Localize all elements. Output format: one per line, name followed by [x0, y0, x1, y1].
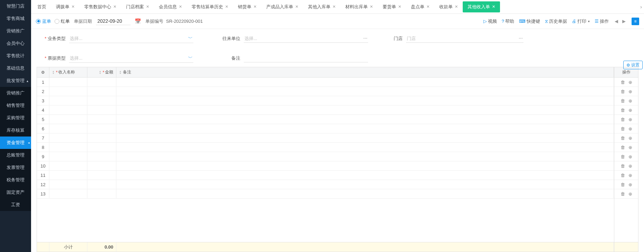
close-icon[interactable]: ✕	[333, 4, 336, 9]
delete-row-icon[interactable]: 🗑	[621, 163, 625, 169]
history-button[interactable]: ⧖历史单据	[545, 18, 567, 24]
partner-input[interactable]	[244, 36, 362, 41]
tab-要货单[interactable]: 要货单✕	[378, 0, 406, 14]
table-row[interactable]: 12	[37, 180, 614, 189]
sidebar-item-ledger[interactable]: 总账管理	[0, 149, 31, 161]
cell-name[interactable]	[49, 124, 87, 133]
cell-amount[interactable]	[87, 105, 116, 114]
sidebar-item-sales[interactable]: 销售管理	[0, 99, 31, 112]
close-icon[interactable]: ✕	[492, 4, 495, 9]
cell-note[interactable]	[116, 152, 614, 161]
cell-note[interactable]	[116, 105, 614, 114]
cell-amount[interactable]	[87, 180, 116, 189]
sidebar-item-fixedasset[interactable]: 固定资产	[0, 186, 31, 199]
close-icon[interactable]: ✕	[71, 4, 75, 9]
shortcut-button[interactable]: ⌨快捷键	[519, 18, 540, 24]
tab-产成品入库单[interactable]: 产成品入库单✕	[261, 0, 303, 14]
print-button[interactable]: 🖨打印▾	[572, 18, 590, 24]
remark-input[interactable]	[244, 56, 367, 61]
cell-note[interactable]	[116, 133, 614, 142]
cell-amount[interactable]	[87, 143, 116, 152]
delete-row-icon[interactable]: 🗑	[621, 154, 625, 159]
tab-会员信息[interactable]: 会员信息✕	[154, 0, 187, 14]
tab-零售结算单历史[interactable]: 零售结算单历史✕	[187, 0, 233, 14]
cell-note[interactable]	[116, 171, 614, 180]
cell-name[interactable]	[49, 96, 87, 105]
cell-amount[interactable]	[87, 96, 116, 105]
tab-其他收入单[interactable]: 其他收入单✕	[463, 1, 500, 12]
table-row[interactable]: 10	[37, 161, 614, 171]
invoice-type-input[interactable]	[70, 56, 187, 61]
help-button[interactable]: ?帮助	[502, 18, 514, 24]
sidebar-item-retailmall[interactable]: 零售商城	[0, 12, 31, 25]
add-row-icon[interactable]: ⊕	[628, 173, 632, 178]
cell-name[interactable]	[49, 180, 87, 189]
table-row[interactable]: 9	[37, 152, 614, 161]
add-row-icon[interactable]: ⊕	[628, 145, 632, 150]
biz-type-input[interactable]	[70, 36, 187, 41]
close-icon[interactable]: ✕	[455, 4, 458, 9]
table-row[interactable]: 4	[37, 105, 614, 115]
tab-材料出库单[interactable]: 材料出库单✕	[340, 0, 378, 14]
cell-amount[interactable]	[87, 171, 116, 180]
add-row-icon[interactable]: ⊕	[628, 154, 632, 159]
cell-note[interactable]	[116, 143, 614, 152]
cell-note[interactable]	[116, 124, 614, 133]
table-row[interactable]: 8	[37, 143, 614, 152]
sidebar-item-invoice[interactable]: 发票管理	[0, 161, 31, 174]
prev-button[interactable]: ◀	[614, 19, 619, 24]
cell-note[interactable]	[116, 87, 614, 96]
bill-date-input[interactable]	[96, 17, 131, 25]
cell-note[interactable]	[116, 96, 614, 105]
cell-name[interactable]	[49, 152, 87, 161]
table-row[interactable]: 11	[37, 171, 614, 180]
tab-调拨单[interactable]: 调拨单✕	[51, 0, 79, 14]
close-icon[interactable]: ✕	[179, 4, 182, 9]
table-row[interactable]: 13	[37, 189, 614, 199]
col-header-amount[interactable]: ▲▼*金额	[87, 67, 116, 77]
partner-select[interactable]: ⋯	[244, 34, 368, 43]
table-row[interactable]: 5	[37, 115, 614, 124]
cell-name[interactable]	[49, 189, 87, 198]
tab-销货单[interactable]: 销货单✕	[233, 0, 261, 14]
tabs-scroll-right-icon[interactable]: ›	[640, 4, 642, 10]
sidebar-item-funds[interactable]: 资金管理◂	[0, 137, 31, 149]
table-row[interactable]: 6	[37, 124, 614, 133]
store-select[interactable]: ⋯	[406, 34, 523, 43]
sidebar-item-wholesale[interactable]: 批发管理	[0, 74, 31, 87]
table-row[interactable]: 3	[37, 96, 614, 105]
radio-blue[interactable]: 蓝单	[36, 18, 51, 24]
invoice-type-select[interactable]: ﹀	[69, 53, 193, 63]
cell-amount[interactable]	[87, 78, 116, 87]
delete-row-icon[interactable]: 🗑	[621, 117, 625, 122]
add-row-icon[interactable]: ⊕	[628, 191, 632, 196]
cell-note[interactable]	[116, 189, 614, 198]
sidebar-item-inventory[interactable]: 库存核算	[0, 124, 31, 137]
cell-amount[interactable]	[87, 161, 116, 170]
tab-首页[interactable]: 首页	[32, 0, 51, 14]
col-header-note[interactable]: ▲▼备注	[116, 67, 614, 77]
cell-name[interactable]	[49, 87, 87, 96]
sidebar-item-marketing[interactable]: 营销推广	[0, 25, 31, 37]
table-row[interactable]: 2	[37, 87, 614, 96]
settings-button[interactable]: ⚙设置	[623, 61, 643, 69]
col-header-name[interactable]: ▲▼*收入名称	[49, 67, 87, 77]
cell-amount[interactable]	[87, 124, 116, 133]
tab-其他入库单[interactable]: 其他入库单✕	[303, 0, 340, 14]
close-icon[interactable]: ✕	[398, 4, 401, 9]
add-row-icon[interactable]: ⊕	[628, 126, 632, 131]
tab-盘点单[interactable]: 盘点单✕	[406, 0, 434, 14]
delete-row-icon[interactable]: 🗑	[621, 145, 625, 150]
sidebar-item-salary[interactable]: 工资	[0, 199, 31, 211]
cell-amount[interactable]	[87, 115, 116, 124]
tab-收款单[interactable]: 收款单✕	[434, 0, 463, 14]
tab-门店档案[interactable]: 门店档案✕	[121, 0, 154, 14]
grid-settings-header[interactable]: ⚙	[37, 67, 49, 77]
sidebar-item-purchase[interactable]: 采购管理	[0, 112, 31, 124]
close-icon[interactable]: ✕	[113, 4, 116, 9]
cell-name[interactable]	[49, 115, 87, 124]
cell-note[interactable]	[116, 161, 614, 170]
store-input[interactable]	[407, 36, 517, 41]
cell-name[interactable]	[49, 133, 87, 142]
operate-button[interactable]: ☰操作	[595, 18, 609, 24]
